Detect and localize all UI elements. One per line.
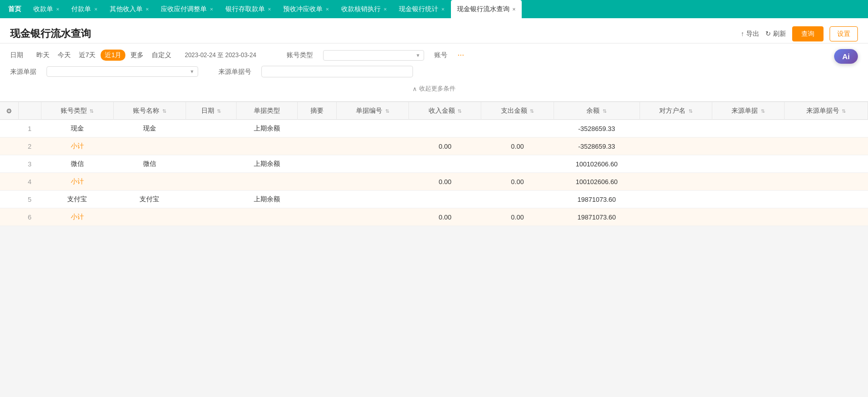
table-cell	[236, 208, 297, 226]
table-cell: 支付宝	[113, 191, 186, 208]
nav-verify[interactable]: 收款核销执行 ×	[335, 0, 393, 18]
date-opt-1month[interactable]: 近1月	[101, 50, 125, 61]
table-cell	[0, 120, 18, 138]
date-options: 昨天 今天 近7天 近1月 更多 自定义	[33, 50, 174, 61]
nav-adjust-close[interactable]: ×	[210, 6, 213, 12]
col-expense[interactable]: 支出金额 ⇅	[481, 102, 554, 120]
nav-receive-close[interactable]: ×	[56, 6, 59, 12]
export-button[interactable]: ↑ 导出	[741, 29, 760, 38]
table-cell: 现金	[41, 120, 113, 138]
nav-prepay[interactable]: 预收冲应收单 ×	[277, 0, 335, 18]
table-cell	[113, 138, 186, 155]
table-cell	[186, 138, 236, 155]
account-type-select[interactable]: ▾	[323, 50, 424, 61]
table-cell: 微信	[113, 155, 186, 173]
table-cell: 微信	[41, 155, 113, 173]
table-cell	[186, 191, 236, 208]
table-cell	[640, 208, 712, 226]
table-header-row: ⚙ 账号类型 ⇅ 账号名称 ⇅ 日期 ⇅ 单据类型 摘要 单据编号 ⇅ 收入金额…	[0, 102, 868, 120]
table-cell: 上期余额	[236, 155, 297, 173]
col-doc-type: 单据类型	[236, 102, 297, 120]
nav-cash-stat-close[interactable]: ×	[441, 6, 444, 12]
table-row: 1现金现金上期余额-3528659.33	[0, 120, 868, 138]
table-cell	[337, 120, 409, 138]
table-cell: 3	[18, 155, 41, 173]
nav-cash-flow-close[interactable]: ×	[513, 6, 516, 12]
nav-cash-flow[interactable]: 现金银行流水查询 ×	[451, 0, 522, 18]
col-source-doc[interactable]: 来源单据 ⇅	[712, 102, 785, 120]
nav-prepay-close[interactable]: ×	[326, 6, 329, 12]
ai-button[interactable]: Ai	[834, 49, 858, 64]
table-body: 1现金现金上期余额-3528659.332小计0.000.00-3528659.…	[0, 120, 868, 226]
table-cell: 0.00	[481, 138, 554, 155]
nav-other-income[interactable]: 其他收入单 ×	[104, 0, 155, 18]
header-actions: ↑ 导出 ↻ 刷新 查询 设置	[741, 26, 858, 41]
account-type-arrow: ▾	[417, 52, 420, 59]
col-date[interactable]: 日期 ⇅	[186, 102, 236, 120]
table-row: 5支付宝支付宝上期余额19871073.60	[0, 191, 868, 208]
col-summary: 摘要	[297, 102, 337, 120]
col-gear[interactable]: ⚙	[0, 102, 18, 120]
nav-home[interactable]: 首页	[2, 0, 27, 18]
table-cell	[481, 191, 554, 208]
nav-bank-deposit[interactable]: 银行存取款单 ×	[219, 0, 277, 18]
col-account-type[interactable]: 账号类型 ⇅	[41, 102, 113, 120]
table-cell	[785, 173, 868, 191]
table-cell	[297, 208, 337, 226]
nav-cash-stat-label: 现金银行统计	[399, 5, 438, 14]
table-cell	[640, 191, 712, 208]
source-doc-no-input[interactable]	[261, 66, 413, 77]
source-doc-label: 来源单据	[10, 67, 36, 76]
top-nav: 首页 收款单 × 付款单 × 其他收入单 × 应收应付调整单 × 银行存取款单 …	[0, 0, 868, 18]
table-cell	[337, 173, 409, 191]
table-cell: 4	[18, 173, 41, 191]
table-cell	[712, 120, 785, 138]
nav-bank-deposit-close[interactable]: ×	[268, 6, 271, 12]
table-cell	[337, 155, 409, 173]
nav-prepay-label: 预收冲应收单	[283, 5, 323, 14]
nav-pay-close[interactable]: ×	[94, 6, 97, 12]
account-ellipsis[interactable]: ···	[458, 51, 464, 60]
table-cell	[409, 155, 481, 173]
table-cell	[297, 173, 337, 191]
table-cell	[712, 155, 785, 173]
table-cell: 小计	[41, 138, 113, 155]
source-doc-select[interactable]: ▾	[47, 66, 198, 77]
settings-button[interactable]: 设置	[830, 26, 858, 41]
table-cell	[640, 155, 712, 173]
date-opt-custom[interactable]: 自定义	[149, 50, 174, 61]
refresh-button[interactable]: ↻ 刷新	[765, 29, 786, 38]
source-doc-no-label: 来源单据号	[218, 67, 251, 76]
table-cell: 100102606.60	[554, 155, 639, 173]
table-cell: 6	[18, 208, 41, 226]
col-income[interactable]: 收入金额 ⇅	[409, 102, 481, 120]
table-cell	[337, 138, 409, 155]
table-cell	[0, 208, 18, 226]
col-doc-no[interactable]: 单据编号 ⇅	[337, 102, 409, 120]
nav-pay-label: 付款单	[71, 5, 91, 14]
query-button-top[interactable]: 查询	[792, 26, 824, 41]
nav-other-income-close[interactable]: ×	[146, 6, 149, 12]
nav-receive[interactable]: 收款单 ×	[27, 0, 65, 18]
table-cell	[0, 173, 18, 191]
collapse-bar[interactable]: ∧ 收起更多条件	[10, 82, 858, 95]
nav-verify-label: 收款核销执行	[341, 5, 381, 14]
table-cell: 0.00	[481, 173, 554, 191]
col-counterparty[interactable]: 对方户名 ⇅	[640, 102, 712, 120]
date-range: 2023-02-24 至 2023-03-24	[185, 51, 256, 60]
nav-cash-stat[interactable]: 现金银行统计 ×	[393, 0, 450, 18]
date-opt-more[interactable]: 更多	[127, 50, 147, 61]
table-cell: -3528659.33	[554, 138, 639, 155]
date-opt-today[interactable]: 今天	[55, 50, 74, 61]
date-opt-7days[interactable]: 近7天	[76, 50, 99, 61]
col-source-doc-no[interactable]: 来源单据号 ⇅	[785, 102, 868, 120]
nav-verify-close[interactable]: ×	[384, 6, 387, 12]
table-cell: 0.00	[409, 208, 481, 226]
nav-adjust[interactable]: 应收应付调整单 ×	[155, 0, 219, 18]
table-cell: 19871073.60	[554, 208, 639, 226]
date-opt-yesterday[interactable]: 昨天	[33, 50, 53, 61]
col-account-name[interactable]: 账号名称 ⇅	[113, 102, 186, 120]
nav-pay[interactable]: 付款单 ×	[65, 0, 103, 18]
col-balance[interactable]: 余额 ⇅	[554, 102, 639, 120]
table-cell	[640, 120, 712, 138]
